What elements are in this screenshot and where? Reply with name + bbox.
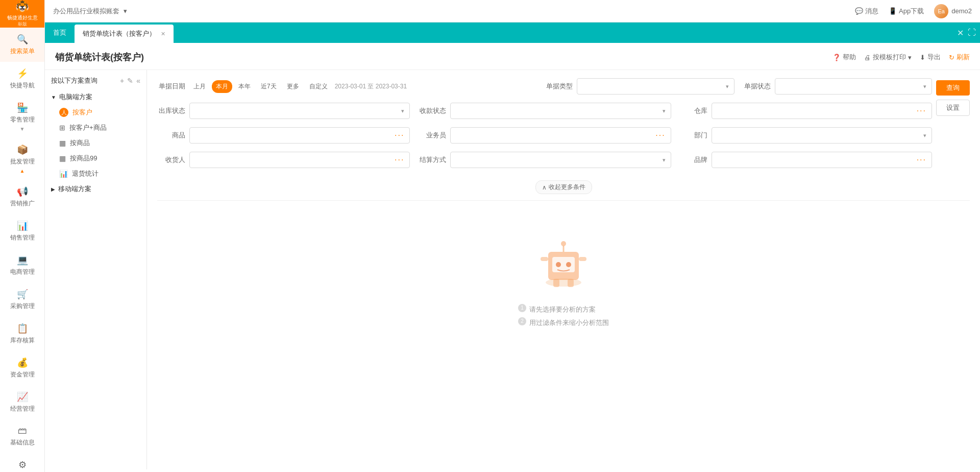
tree-arrow-icon: ▼ (51, 95, 56, 100)
settlement-input[interactable]: ▾ (450, 152, 671, 168)
svg-rect-9 (553, 279, 559, 287)
print-button[interactable]: 🖨 按模板打印 ▾ (864, 53, 912, 62)
sidebar-item-retail[interactable]: 🏪 零售管理 ▼ (0, 96, 45, 138)
filter-order-status: 单据状态 ▾ (743, 78, 933, 95)
brand-input[interactable]: ··· (712, 152, 932, 168)
receipt-status-input[interactable]: ▾ (450, 103, 671, 119)
tree-item-by-goods[interactable]: ▦ 按商品 (45, 135, 146, 151)
sidebar-item-label: 销售管理 (10, 233, 35, 242)
order-status-input[interactable]: ▾ (775, 78, 933, 95)
user-profile-button[interactable]: Ea demo2 (934, 4, 972, 18)
basics-icon: 🗃 (18, 426, 27, 436)
sidebar: 🐯 畅捷通好生意 标版 🔍 搜索菜单 ⚡ 快捷导航 🏪 零售管理 ▼ 📦 批发管… (0, 0, 45, 472)
tree-desktop-parent[interactable]: ▼ 电脑端方案 (45, 89, 146, 105)
tree-item-label: 退货统计 (72, 169, 99, 178)
date-tab-more[interactable]: 更多 (283, 80, 303, 93)
filter-date: 单据日期 上月 本月 本年 近7天 更多 (157, 80, 536, 93)
svg-rect-8 (579, 257, 586, 261)
content-layout: 按以下方案查询 + ✎ « ▼ 电脑端方案 (45, 70, 980, 469)
out-status-input[interactable]: ▾ (189, 103, 410, 119)
order-status-label: 单据状态 (743, 82, 771, 91)
sidebar-item-label: 搜索菜单 (10, 47, 35, 56)
sidebar-item-quicknav[interactable]: ⚡ 快捷导航 (0, 62, 45, 96)
tree-arrow-right-icon: ▶ (51, 186, 55, 192)
salesperson-input[interactable]: ··· (450, 127, 671, 144)
tree-item-by-customer[interactable]: 人 按客户 (45, 105, 146, 120)
filter-brand: 品牌 ··· (679, 152, 932, 168)
sidebar-item-basics[interactable]: 🗃 基础信息 (0, 419, 45, 453)
tab-home[interactable]: 首页 (45, 22, 75, 43)
sidebar-item-wholesale[interactable]: 📦 批发管理 ▲ (0, 138, 45, 180)
goods-dots-icon: ··· (395, 131, 404, 140)
date-tab-this-year[interactable]: 本年 (234, 80, 255, 93)
sidebar-item-business[interactable]: 📈 经营管理 (0, 385, 45, 419)
collapse-label: 收起更多条件 (549, 183, 585, 192)
sidebar-item-search[interactable]: 🔍 搜索菜单 (0, 28, 45, 62)
refresh-label: 刷新 (957, 53, 970, 62)
tree-item-return-stats[interactable]: 📊 退货统计 (45, 166, 146, 181)
edit-scheme-button[interactable]: ✎ (127, 77, 133, 85)
maximize-tab-button[interactable]: ⛶ (968, 28, 976, 37)
receiver-input[interactable]: ··· (189, 152, 410, 168)
order-status-dropdown-icon: ▾ (923, 83, 926, 90)
refresh-button[interactable]: ↻ 刷新 (949, 53, 970, 62)
sidebar-item-system[interactable]: ⚙ 系统管理 (0, 453, 45, 472)
quicknav-icon: ⚡ (17, 68, 28, 79)
breadcrumb-dropdown-icon[interactable]: ▾ (124, 7, 127, 15)
order-type-input[interactable]: ▾ (577, 78, 734, 95)
sidebar-item-sales[interactable]: 📊 销售管理 (0, 214, 45, 248)
goods99-icon: ▦ (59, 154, 66, 162)
goods-label: 商品 (157, 131, 185, 140)
add-scheme-button[interactable]: + (120, 77, 124, 85)
tip-2: 2 用过滤条件来缩小分析范围 (518, 316, 609, 329)
sidebar-item-label: 快捷导航 (10, 81, 35, 90)
help-button[interactable]: ❓ 帮助 (832, 53, 856, 62)
query-button[interactable]: 查询 (936, 80, 970, 96)
salesperson-label: 业务员 (418, 131, 446, 140)
tree-item-label: 按商品 (70, 138, 90, 148)
date-tab-7days[interactable]: 近7天 (257, 80, 281, 93)
customer-scheme-icon: 人 (59, 108, 68, 117)
export-button[interactable]: ⬇ 导出 (920, 53, 941, 62)
settings-button[interactable]: 设置 (936, 100, 970, 116)
tab-sales-stats[interactable]: 销货单统计表（按客户） ✕ (75, 25, 174, 43)
app-logo[interactable]: 🐯 畅捷通好生意 标版 (0, 0, 45, 28)
order-type-label: 单据类型 (545, 82, 573, 91)
ecommerce-icon: 💻 (17, 254, 28, 266)
tip-num-2: 2 (518, 317, 526, 325)
goods-input[interactable]: ··· (189, 127, 410, 144)
goods-icon: ▦ (59, 139, 66, 147)
tree-item-customer-goods[interactable]: ⊞ 按客户+商品 (45, 120, 146, 135)
filter-receiver: 收货人 ··· (157, 152, 410, 168)
sales-icon: 📊 (17, 220, 28, 231)
tab-close-icon[interactable]: ✕ (161, 31, 165, 37)
tree-mobile-parent[interactable]: ▶ 移动端方案 (45, 181, 146, 197)
tab-home-label: 首页 (53, 28, 66, 37)
message-button[interactable]: 💬 消息 (855, 7, 878, 16)
date-tab-last-month[interactable]: 上月 (189, 80, 210, 93)
sidebar-item-finance[interactable]: 💰 资金管理 (0, 351, 45, 385)
tree-item-goods99[interactable]: ▦ 按商品99 (45, 151, 146, 166)
scheme-tree: ▼ 电脑端方案 人 按客户 ⊞ 按客户+商品 ▦ (45, 89, 146, 197)
tab-sales-stats-label: 销货单统计表（按客户） (83, 29, 156, 38)
date-tab-custom[interactable]: 自定义 (305, 80, 332, 93)
collapse-button[interactable]: ∧ 收起更多条件 (535, 180, 592, 194)
print-icon: 🖨 (864, 54, 871, 61)
sidebar-item-purchase[interactable]: 🛒 采购管理 (0, 282, 45, 317)
filter-department: 部门 ▾ (679, 127, 932, 144)
close-tab-button[interactable]: ✕ (957, 28, 964, 38)
department-input[interactable]: ▾ (712, 127, 932, 144)
tree-parent-label: 电脑端方案 (59, 92, 92, 102)
warehouse-input[interactable]: ··· (712, 103, 932, 119)
date-tab-this-month[interactable]: 本月 (212, 80, 232, 93)
sidebar-item-ecommerce[interactable]: 💻 电商管理 (0, 248, 45, 282)
sidebar-item-marketing[interactable]: 📢 营销推广 (0, 180, 45, 214)
export-icon: ⬇ (920, 54, 925, 61)
brand-dots-icon: ··· (917, 155, 926, 164)
app-download-button[interactable]: 📱 App下载 (889, 7, 924, 16)
sidebar-item-inventory[interactable]: 📋 库存核算 (0, 317, 45, 351)
page-header-actions: ❓ 帮助 🖨 按模板打印 ▾ ⬇ 导出 ↻ 刷新 (832, 53, 970, 62)
collapse-panel-button[interactable]: « (136, 77, 140, 85)
print-dropdown-icon: ▾ (908, 54, 912, 61)
svg-point-4 (566, 262, 571, 267)
